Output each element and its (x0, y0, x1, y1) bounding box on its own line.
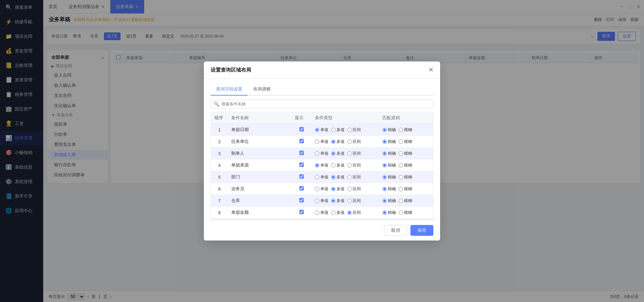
type-radio-item[interactable]: 单值 (315, 151, 328, 156)
match-radio-精确[interactable] (382, 140, 387, 144)
type-radio-item[interactable]: 多值 (331, 139, 345, 145)
type-radio-区间[interactable] (347, 175, 352, 179)
type-radio-单值[interactable] (315, 128, 319, 132)
type-radio-item[interactable]: 单值 (315, 127, 328, 133)
match-radio-精确[interactable] (382, 151, 387, 156)
type-radio-item[interactable]: 区间 (347, 139, 361, 145)
type-radio-item[interactable]: 多值 (331, 186, 345, 192)
type-radio-item[interactable]: 多值 (331, 198, 345, 204)
match-radio-item[interactable]: 精确 (382, 186, 396, 192)
type-radio-区间[interactable] (347, 187, 352, 191)
modal-close-button[interactable]: ✕ (428, 66, 433, 74)
modal-search-icon: 🔍 (214, 101, 219, 107)
modal-save-button[interactable]: 保存 (410, 225, 433, 236)
match-radio-模糊[interactable] (399, 128, 403, 132)
type-radio-多值[interactable] (331, 210, 336, 215)
type-radio-区间[interactable] (347, 128, 352, 132)
type-radio-item[interactable]: 区间 (347, 198, 361, 204)
modal-tab-layout[interactable]: 布局调整 (248, 84, 276, 96)
type-radio-item[interactable]: 单值 (315, 174, 328, 180)
show-checkbox-cell (291, 171, 312, 183)
match-radio-模糊[interactable] (399, 151, 403, 156)
match-radio-item[interactable]: 模糊 (399, 210, 412, 216)
match-radio-模糊[interactable] (399, 210, 403, 215)
type-radio-item[interactable]: 多值 (331, 210, 345, 216)
type-radio-item[interactable]: 多值 (331, 151, 345, 156)
type-radio-单值[interactable] (315, 210, 319, 215)
type-radio-多值[interactable] (331, 128, 336, 132)
match-radio-item[interactable]: 模糊 (399, 186, 412, 192)
type-radio-item[interactable]: 单值 (315, 139, 328, 145)
modal-tab-field-settings[interactable]: 查询字段设置 (211, 84, 248, 96)
match-radio-item[interactable]: 模糊 (399, 198, 412, 204)
type-radio-单值[interactable] (315, 175, 319, 179)
type-radio-item[interactable]: 区间 (347, 186, 361, 192)
match-radio-模糊[interactable] (399, 175, 403, 179)
match-radio-item[interactable]: 精确 (382, 139, 396, 145)
condition-name: 制单人 (228, 148, 291, 159)
show-checkbox[interactable] (299, 162, 304, 167)
type-radio-item[interactable]: 多值 (331, 162, 345, 168)
type-radio-区间[interactable] (347, 140, 352, 144)
show-checkbox[interactable] (299, 174, 304, 179)
match-radio-item[interactable]: 模糊 (399, 162, 412, 168)
type-radio-item[interactable]: 区间 (347, 210, 361, 216)
modal-search-input[interactable] (221, 102, 430, 106)
show-checkbox[interactable] (299, 186, 304, 191)
match-radio-item[interactable]: 精确 (382, 210, 396, 216)
cancel-button[interactable]: 取消 (384, 225, 407, 236)
type-radio-多值[interactable] (331, 187, 336, 191)
match-radio-精确[interactable] (382, 128, 387, 132)
type-radio-区间[interactable] (347, 151, 352, 156)
match-radio-item[interactable]: 精确 (382, 127, 396, 133)
modal-search-bar: 🔍 (211, 100, 433, 108)
show-checkbox[interactable] (299, 127, 304, 131)
match-radio-模糊[interactable] (399, 163, 403, 168)
match-radio-模糊[interactable] (399, 140, 403, 144)
type-radio-多值[interactable] (331, 175, 336, 179)
type-radio-单值[interactable] (315, 187, 319, 191)
match-radio-item[interactable]: 精确 (382, 198, 396, 204)
type-radio-item[interactable]: 多值 (331, 174, 345, 180)
show-checkbox[interactable] (299, 151, 304, 155)
match-radio-精确[interactable] (382, 199, 387, 203)
type-radio-item[interactable]: 区间 (347, 151, 361, 156)
type-radio-区间[interactable] (347, 210, 352, 215)
match-radio-item[interactable]: 精确 (382, 151, 396, 156)
match-radio-精确[interactable] (382, 163, 387, 168)
type-radio-区间[interactable] (347, 163, 352, 168)
type-radio-item[interactable]: 区间 (347, 162, 361, 168)
type-radio-单值[interactable] (315, 151, 319, 156)
type-radio-多值[interactable] (331, 151, 336, 156)
type-radio-多值[interactable] (331, 199, 336, 203)
show-checkbox-cell (291, 136, 312, 148)
type-radio-item[interactable]: 区间 (347, 127, 361, 133)
type-radio-item[interactable]: 单值 (315, 210, 328, 216)
type-radio-item[interactable]: 多值 (331, 127, 345, 133)
show-checkbox[interactable] (299, 210, 304, 214)
match-radio-item[interactable]: 精确 (382, 162, 396, 168)
condition-name: 往来单位 (228, 136, 291, 148)
type-radio-区间[interactable] (347, 199, 352, 203)
match-radio-item[interactable]: 精确 (382, 174, 396, 180)
match-radio-模糊[interactable] (399, 199, 403, 203)
type-radio-多值[interactable] (331, 163, 336, 168)
type-radio-item[interactable]: 区间 (347, 174, 361, 180)
match-radio-item[interactable]: 模糊 (399, 139, 412, 145)
match-radio-精确[interactable] (382, 175, 387, 179)
match-radio-item[interactable]: 模糊 (399, 174, 412, 180)
show-checkbox[interactable] (299, 198, 304, 202)
type-radio-多值[interactable] (331, 140, 336, 144)
show-checkbox[interactable] (299, 139, 304, 143)
type-radio-单值[interactable] (315, 199, 319, 203)
type-radio-item[interactable]: 单值 (315, 162, 328, 168)
type-radio-item[interactable]: 单值 (315, 186, 328, 192)
match-radio-精确[interactable] (382, 187, 387, 191)
match-radio-item[interactable]: 模糊 (399, 127, 412, 133)
type-radio-单值[interactable] (315, 163, 319, 168)
match-radio-模糊[interactable] (399, 187, 403, 191)
match-radio-精确[interactable] (382, 210, 387, 215)
match-radio-item[interactable]: 模糊 (399, 151, 412, 156)
type-radio-单值[interactable] (315, 140, 319, 144)
type-radio-item[interactable]: 单值 (315, 198, 328, 204)
